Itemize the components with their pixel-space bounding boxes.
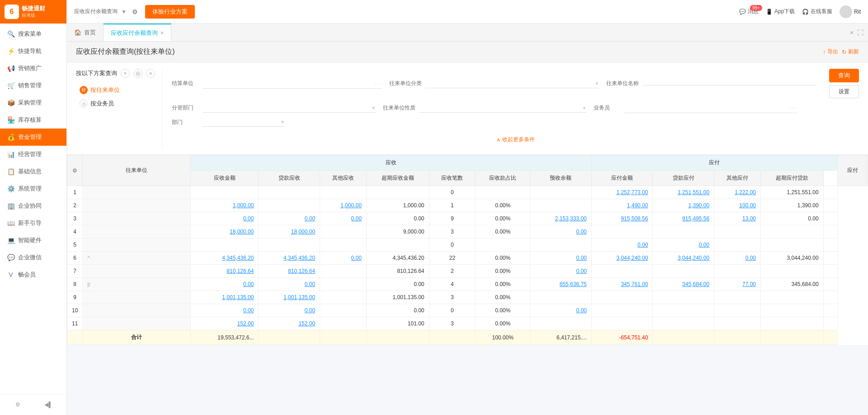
row-ar-count: 1 [429,199,476,212]
app-logo: 6 畅捷通财 标准版 [0,0,66,24]
filter-setting-button[interactable]: ◎ [133,69,142,78]
row-partner [83,186,190,199]
row-ar-advance [530,239,592,252]
row-ap-other [714,304,761,317]
home-icon: 🏠 [74,29,81,36]
row-ar-loan: 810,126.64 [259,265,320,278]
row-partner [83,212,190,225]
th-ar-group: 应收 [190,155,591,171]
settings-button[interactable]: 设置 [829,85,859,98]
page-actions: ↑ 导出 ↻ 刷新 [823,48,859,56]
query-button[interactable]: 查询 [829,69,859,82]
row-ar-other [320,317,367,330]
breadcrumb-dropdown-icon[interactable]: ▼ [121,9,127,15]
sidebar-item-system[interactable]: ⚙️ 系统管理 [0,180,66,197]
th-ap-other: 其他应付 [714,171,761,186]
scheme-by-salesperson[interactable]: ◷ 按业务员 [76,97,155,110]
filter-partner-name-input[interactable] [642,81,816,86]
sidebar-item-basic[interactable]: 📋 基础信息 [0,163,66,180]
row-ar-count: 3 [429,225,476,239]
topbar-right: 💬 消息 99+ 📱 App下载 🎧 在线客服 Rit [739,5,861,18]
row-ap-overdue [760,239,823,252]
row-ar-ratio: 0.00% [476,278,530,291]
sidebar-item-marketing[interactable]: 📢 营销推广 [0,60,66,77]
row-ar-overdue [366,239,429,252]
column-settings-icon[interactable]: ⚙ [72,167,77,174]
row-ap-loan: 0.00 [653,239,714,252]
row-ar-loan [259,239,320,252]
filter-branch-dept-select[interactable]: ▼ [203,104,376,113]
tab-close-all-icon[interactable]: × [850,29,854,36]
export-button[interactable]: ↑ 导出 [823,48,838,56]
app-download-button[interactable]: 📱 App下载 [766,8,795,15]
filter-group-partner-name: 往来单位名称 [606,80,816,87]
row-ap-loan [653,225,714,239]
table-row: 11 152.00 152.00 101.00 3 0.00% [67,317,868,330]
page-header: 应收应付余额查询(按往来单位) ↑ 导出 ↻ 刷新 [67,42,868,62]
row-ap-loan [653,304,714,317]
sidebar-item-management[interactable]: 📊 经营管理 [0,146,66,163]
th-ap-col: 应付 [837,155,868,186]
filter-dept-select[interactable]: ▼ [203,118,285,127]
sidebar-item-guide[interactable]: 📖 新手引导 [0,215,66,232]
row-partner [83,291,190,304]
sidebar-item-inventory[interactable]: 🏪 库存核算 [0,111,66,129]
filter-collapse-left-button[interactable]: « [146,69,155,78]
sidebar-item-hardware[interactable]: 💻 智能硬件 [0,232,66,249]
row-ap-col [823,186,837,199]
topbar-gear-icon[interactable]: ⚙ [132,8,138,15]
row-ar-advance [530,186,592,199]
user-avatar [840,5,852,18]
row-ar-amount: 18,000.00 [190,225,259,239]
row-ar-amount: 810,126.64 [190,265,259,278]
th-ar-overdue: 超期应收金额 [366,171,429,186]
sidebar-item-member[interactable]: V 畅会员 [0,266,66,283]
row-ap-amount [591,291,653,304]
sidebar-collapse-btn[interactable]: ◀▌ [35,399,62,410]
row-ap-overdue: 345,684.00 [760,278,823,291]
row-ar-count: 4 [429,278,476,291]
footer-ar-other [320,330,367,345]
footer-empty [67,330,83,345]
message-button[interactable]: 💬 消息 99+ [739,8,759,15]
footer-ap-amount: -654,751.40 [591,330,653,345]
row-ap-amount: 1,252,773.00 [591,186,653,199]
row-ar-overdue [366,186,429,199]
filter-settle-unit-input[interactable]: ··· [203,78,382,89]
sidebar-item-wechat[interactable]: 💬 企业微信 [0,249,66,266]
row-ar-ratio: 0.00% [476,291,530,304]
table-row: 10 0.00 0.00 0.00 0 0.00% 0.00 [67,304,868,317]
table-row: 8 p 0.00 0.00 0.00 4 0.00% 655,636.75 34… [67,278,868,291]
sidebar-item-enterprise[interactable]: 🏢 企业协同 [0,197,66,215]
filter-salesperson-input[interactable]: ··· [624,103,797,113]
user-menu[interactable]: Rit [840,5,861,18]
refresh-button[interactable]: ↻ 刷新 [842,48,859,56]
collapse-button[interactable]: ∧ 收起更多条件 [172,134,859,145]
filter-partner-category-select[interactable]: ▼ [425,79,599,88]
row-ar-advance: 0.00 [530,252,592,265]
sidebar-settings-btn[interactable]: ⚙ [5,399,32,410]
scheme-by-partner[interactable]: 财 按往来单位 [76,83,155,97]
tab-close-icon[interactable]: × [160,30,164,36]
sidebar-item-quicknav[interactable]: ⚡ 快捷导航 [0,43,66,60]
online-service-button[interactable]: 🎧 在线客服 [802,8,832,15]
sidebar-item-finance[interactable]: 💰 资金管理 [0,129,66,146]
footer-ap-other [714,330,761,345]
filter-partner-nature-select[interactable]: ▼ [419,104,587,113]
row-ar-count: 9 [429,212,476,225]
message-badge: 99+ [750,5,762,11]
filter-add-button[interactable]: + [121,69,130,78]
tab-ar-ap[interactable]: 应收应付余额查询 × [104,24,171,41]
row-ar-other [320,225,367,239]
tab-maximize-icon[interactable]: ⛶ [857,29,863,36]
row-ar-overdue: 101.00 [366,317,429,330]
row-ap-other: 77.00 [714,278,761,291]
row-ar-count: 0 [429,239,476,252]
solution-button[interactable]: 体验行业方案 [145,5,195,19]
row-ar-amount: 0.00 [190,212,259,225]
tab-home[interactable]: 🏠 首页 [67,24,104,41]
sidebar-item-sales[interactable]: 🛒 销售管理 [0,77,66,94]
tab-bar-right: × ⛶ [845,29,868,36]
sidebar-item-purchase[interactable]: 📦 采购管理 [0,94,66,111]
sidebar-item-search[interactable]: 🔍 搜索菜单 [0,25,66,43]
